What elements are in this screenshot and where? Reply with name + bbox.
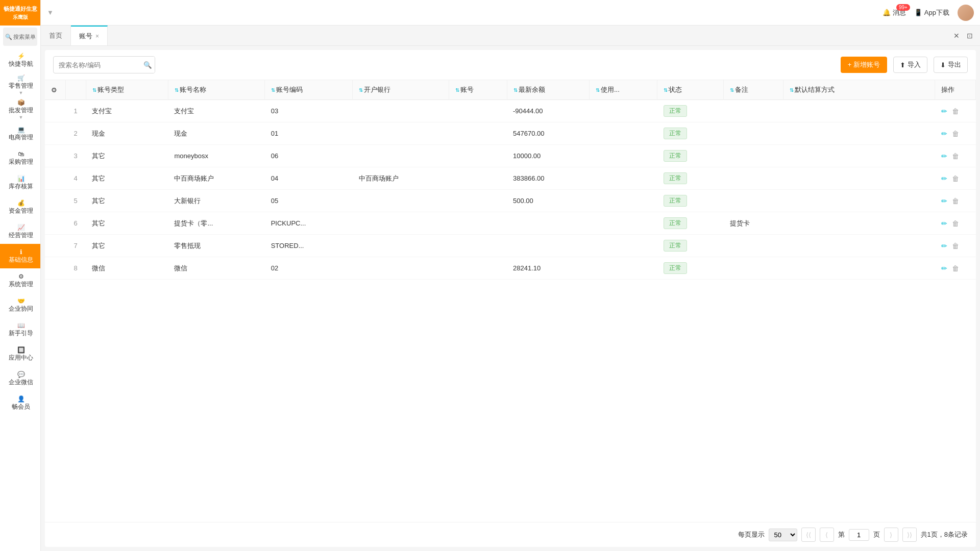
- sidebar-item-wechat[interactable]: 💬 企业微信: [0, 366, 40, 391]
- wholesale-icon: 📦: [17, 99, 25, 106]
- page-next-button[interactable]: ⟩: [884, 528, 898, 542]
- cell-remark: [724, 167, 783, 190]
- col-status[interactable]: ⇅状态: [657, 80, 724, 100]
- cell-balance: [507, 212, 589, 235]
- edit-button[interactable]: ✏: [941, 242, 947, 250]
- sidebar-item-purchase[interactable]: 🛍 采购管理: [0, 146, 40, 170]
- edit-button[interactable]: ✏: [941, 107, 947, 115]
- user-avatar[interactable]: [958, 5, 974, 21]
- delete-button[interactable]: 🗑: [952, 152, 959, 160]
- import-button[interactable]: ⬆ 导入: [893, 57, 927, 73]
- cell-actions: ✏ 🗑: [935, 235, 976, 257]
- col-bank[interactable]: ⇅开户银行: [353, 80, 449, 100]
- cell-type: 微信: [86, 257, 168, 280]
- sidebar-item-operations[interactable]: 📈 经营管理: [0, 219, 40, 244]
- cell-status: 正常: [657, 257, 724, 280]
- cell-code: 01: [265, 122, 353, 145]
- col-remark[interactable]: ⇅备注: [724, 80, 783, 100]
- edit-button[interactable]: ✏: [941, 174, 947, 183]
- cell-balance: 547670.00: [507, 122, 589, 145]
- col-balance[interactable]: ⇅最新余额: [507, 80, 589, 100]
- search-input[interactable]: [54, 58, 140, 72]
- page-last-button[interactable]: ⟩⟩: [902, 528, 917, 542]
- page-size-select[interactable]: 50 100 200: [769, 529, 797, 541]
- cell-code: 02: [265, 257, 353, 280]
- tab-bar: 首页 账号 × ✕ ⊡: [41, 26, 980, 46]
- sidebar-item-inventory[interactable]: 📊 库存核算: [0, 170, 40, 195]
- page-prev-button[interactable]: ⟨: [820, 528, 834, 542]
- delete-button[interactable]: 🗑: [952, 107, 959, 115]
- cell-status: 正常: [657, 212, 724, 235]
- tab-close-icon[interactable]: ×: [95, 33, 99, 39]
- col-payment[interactable]: ⇅默认结算方式: [783, 80, 935, 100]
- cell-name: 中百商场账户: [168, 167, 264, 190]
- cell-actions: ✏ 🗑: [935, 212, 976, 235]
- status-badge: 正常: [664, 217, 687, 229]
- sidebar-item-member[interactable]: 👤 畅会员: [0, 391, 40, 415]
- cell-usage: [589, 100, 657, 122]
- col-settings[interactable]: ⚙: [45, 80, 65, 100]
- sort-balance-icon: ⇅: [513, 87, 518, 93]
- delete-button[interactable]: 🗑: [952, 174, 959, 183]
- tab-maximize-button[interactable]: ⊡: [964, 30, 976, 42]
- table-row: 3 其它 moneybosx 06 10000.00 正常 ✏ 🗑: [45, 145, 976, 167]
- sidebar-item-quicknav[interactable]: ⚡ 快捷导航: [0, 48, 40, 72]
- sidebar-item-system[interactable]: ⚙ 系统管理: [0, 268, 40, 293]
- cell-bank: [353, 145, 449, 167]
- sidebar-item-agreement[interactable]: 🤝 企业协同: [0, 293, 40, 317]
- page-label: 页: [873, 530, 880, 539]
- col-name[interactable]: ⇅账号名称: [168, 80, 264, 100]
- sidebar-retail-label: 零售管理: [9, 82, 33, 90]
- breadcrumb-dropdown[interactable]: ▼: [41, 7, 58, 18]
- ecommerce-icon: 💻: [17, 126, 25, 133]
- purchase-icon: 🛍: [18, 151, 24, 158]
- col-code[interactable]: ⇅账号编码: [265, 80, 353, 100]
- page-first-button[interactable]: ⟨⟨: [801, 528, 816, 542]
- header-right: 🔔 消息 99+ 📱 App下载: [883, 5, 974, 21]
- tab-account-label: 账号: [79, 32, 92, 41]
- tab-close-button[interactable]: ✕: [950, 30, 963, 42]
- sidebar-item-basic[interactable]: ℹ 基础信息: [0, 244, 40, 268]
- accounts-table: ⚙ ⇅账号类型 ⇅账号名称 ⇅账号编码 ⇅开户银行: [45, 80, 976, 280]
- delete-button[interactable]: 🗑: [952, 130, 959, 138]
- edit-button[interactable]: ✏: [941, 130, 947, 138]
- sidebar-item-retail[interactable]: 🛒 零售管理 ▼: [0, 72, 40, 97]
- edit-button[interactable]: ✏: [941, 152, 947, 160]
- tab-home[interactable]: 首页: [41, 26, 71, 45]
- col-type[interactable]: ⇅账号类型: [86, 80, 168, 100]
- export-button[interactable]: ⬇ 导出: [934, 57, 968, 73]
- add-account-button[interactable]: + 新增账号: [841, 57, 887, 73]
- import-icon: ⬆: [900, 61, 905, 69]
- col-account[interactable]: ⇅账号: [449, 80, 507, 100]
- sort-type-icon: ⇅: [92, 87, 96, 93]
- cell-payment: [783, 235, 935, 257]
- cell-code: PICKUPC...: [265, 212, 353, 235]
- tab-account[interactable]: 账号 ×: [71, 26, 108, 45]
- delete-button[interactable]: 🗑: [952, 197, 959, 205]
- delete-button[interactable]: 🗑: [952, 242, 959, 250]
- sidebar-item-appstore[interactable]: 🔲 应用中心: [0, 342, 40, 366]
- export-icon: ⬇: [940, 61, 946, 69]
- bell-icon: 🔔: [883, 9, 891, 16]
- sidebar-item-wholesale[interactable]: 📦 批发管理 ▼: [0, 97, 40, 121]
- sidebar-item-guide[interactable]: 📖 新手引导: [0, 317, 40, 342]
- cell-type: 其它: [86, 167, 168, 190]
- col-usage[interactable]: ⇅使用...: [589, 80, 657, 100]
- agreement-icon: 🤝: [17, 297, 25, 305]
- delete-button[interactable]: 🗑: [952, 219, 959, 228]
- cell-num: 2: [65, 122, 86, 145]
- sidebar-item-capital[interactable]: 💰 资金管理: [0, 195, 40, 219]
- app-download-label: App下载: [924, 8, 949, 17]
- cell-account: [449, 145, 507, 167]
- edit-button[interactable]: ✏: [941, 197, 947, 205]
- sidebar-item-search[interactable]: 🔍 搜索菜单: [3, 28, 37, 46]
- sidebar-item-ecommerce[interactable]: 💻 电商管理: [0, 121, 40, 146]
- notification-button[interactable]: 🔔 消息 99+: [883, 8, 906, 17]
- page-input[interactable]: [849, 529, 869, 541]
- cell-account: [449, 167, 507, 190]
- edit-button[interactable]: ✏: [941, 219, 947, 228]
- search-button[interactable]: 🔍: [140, 57, 155, 73]
- delete-button[interactable]: 🗑: [952, 264, 959, 272]
- edit-button[interactable]: ✏: [941, 264, 947, 272]
- app-download-button[interactable]: 📱 App下载: [914, 8, 949, 17]
